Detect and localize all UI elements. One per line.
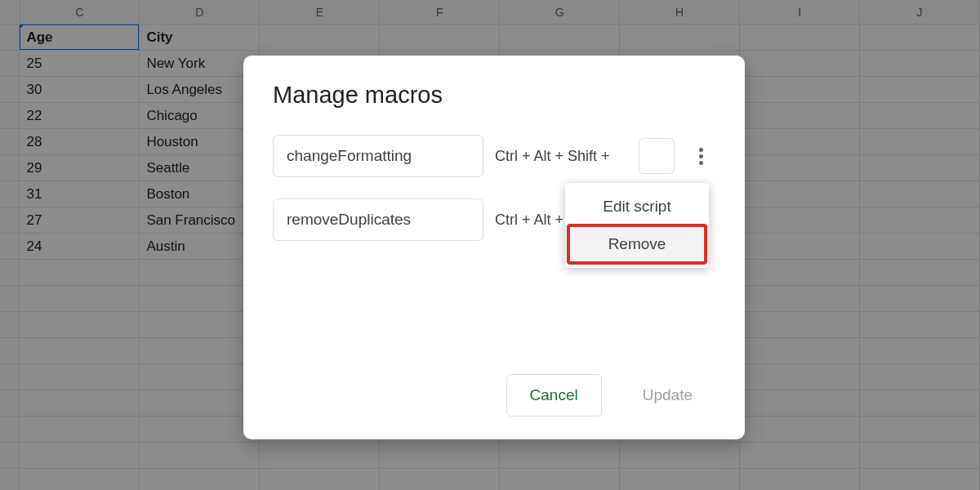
cancel-button[interactable]: Cancel	[506, 374, 602, 416]
remove-menu-item[interactable]: Remove	[565, 225, 709, 263]
shortcut-key-input[interactable]	[639, 138, 675, 174]
edit-script-menu-item[interactable]: Edit script	[565, 188, 709, 225]
dialog-title: Manage macros	[273, 82, 715, 109]
macro-row: changeFormatting Ctrl + Alt + Shift +	[273, 135, 715, 177]
macro-name-input[interactable]: removeDuplicates	[273, 198, 483, 241]
macro-name-input[interactable]: changeFormatting	[273, 135, 483, 177]
update-button[interactable]: Update	[620, 374, 715, 416]
dialog-actions: Cancel Update	[273, 374, 715, 416]
more-options-button[interactable]	[686, 141, 715, 171]
shortcut-label: Ctrl + Alt + Shift +	[495, 148, 627, 165]
more-vertical-icon	[699, 148, 703, 165]
macro-options-dropdown: Edit script Remove	[565, 183, 709, 268]
